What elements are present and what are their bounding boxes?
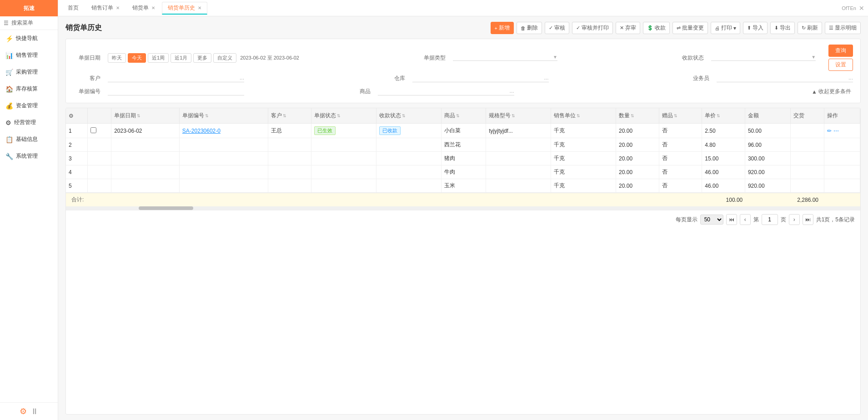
collapse-icon: ▲ xyxy=(812,89,817,95)
staff-dots[interactable]: ... xyxy=(848,75,853,81)
cell-product: 玉米 xyxy=(441,179,486,193)
tab-home[interactable]: 首页 xyxy=(62,2,85,15)
tab-close-sales-order[interactable]: ✕ xyxy=(116,5,120,10)
toolbar-add-button[interactable]: +新增 xyxy=(491,22,514,34)
cell-row-num: 1 xyxy=(66,124,87,138)
page-last-btn[interactable]: ⏭ xyxy=(803,214,813,225)
sort-icon: ⇅ xyxy=(456,114,460,118)
warehouse-field[interactable]: ... xyxy=(412,75,549,82)
date-last7[interactable]: 近1周 xyxy=(148,53,169,63)
sidebar-item-basic-info[interactable]: 📋基础信息 xyxy=(0,131,58,148)
customer-input[interactable] xyxy=(108,75,240,81)
col-header-pay_status[interactable]: 收款状态⇅ xyxy=(376,108,441,124)
sum-label: 合计: xyxy=(71,196,84,204)
filter-row-1: 单据日期 昨天 今天 近1周 近1月 更多 自定义 2023-06-02 至 2… xyxy=(73,45,853,71)
collect-btn-label: 收款 xyxy=(655,24,666,32)
sidebar-item-quick-nav[interactable]: ⚡快捷导航 xyxy=(0,30,58,47)
toolbar-audit-print-button[interactable]: ✓审核并打印 xyxy=(572,22,613,34)
payment-status-select[interactable]: ▼ xyxy=(711,55,816,61)
col-header-customer[interactable]: 客户⇅ xyxy=(268,108,311,124)
sidebar-item-sales-mgmt[interactable]: 📊销售管理 xyxy=(0,47,58,64)
staff-input[interactable] xyxy=(717,75,848,81)
tab-sales-order[interactable]: 销售订单✕ xyxy=(85,2,125,15)
finance-mgmt-icon: 💰 xyxy=(5,102,13,110)
cell-row-checkbox xyxy=(87,138,111,152)
cell-trade xyxy=(790,138,824,152)
product-input[interactable] xyxy=(378,88,510,94)
page-next-btn[interactable]: › xyxy=(789,214,800,225)
customer-dots[interactable]: ... xyxy=(240,75,244,81)
customer-field[interactable]: ... xyxy=(108,75,244,82)
toolbar-batch-change-button[interactable]: ⇌批量变更 xyxy=(672,22,708,34)
sidebar-item-finance-mgmt[interactable]: 💰资金管理 xyxy=(0,97,58,114)
col-header-spec[interactable]: 规格型号⇅ xyxy=(486,108,551,124)
toolbar-print-button[interactable]: 🖨打印▾ xyxy=(711,22,740,34)
col-header-qty[interactable]: 数量⇅ xyxy=(616,108,659,124)
col-header-doc_status[interactable]: 单据状态⇅ xyxy=(311,108,376,124)
window-close-icon[interactable]: ✕ xyxy=(859,5,864,12)
staff-field[interactable]: ... xyxy=(717,75,853,82)
cell-unit-price: 46.00 xyxy=(702,179,745,193)
col-header-unit[interactable]: 销售单位⇅ xyxy=(551,108,616,124)
col-header-doc_date[interactable]: 单据日期⇅ xyxy=(111,108,180,124)
action-edit[interactable]: ✏ xyxy=(827,128,832,134)
doc-type-select[interactable]: ▼ xyxy=(453,55,557,61)
toolbar-show-detail-button[interactable]: ☰显示明细 xyxy=(825,22,861,34)
tab-sales-history[interactable]: 销货单历史✕ xyxy=(162,2,207,15)
cell-doc-no xyxy=(179,165,268,179)
date-custom[interactable]: 自定义 xyxy=(213,53,236,63)
page-number-input[interactable] xyxy=(762,214,778,225)
horizontal-scrollbar[interactable] xyxy=(66,206,860,210)
filter-row-3: 单据编号 商品 ... ▲ 收起更多条件 xyxy=(73,86,853,97)
sidebar-item-operations-mgmt[interactable]: ⚙经营管理 xyxy=(0,114,58,131)
sidebar-bottom: ⚙ ⏸ xyxy=(0,402,58,420)
col-header-gift[interactable]: 赠品⇅ xyxy=(659,108,702,124)
toolbar-abandon-button[interactable]: ✕弃审 xyxy=(616,22,640,34)
date-today[interactable]: 今天 xyxy=(128,53,146,63)
product-dots[interactable]: ... xyxy=(510,88,514,94)
doc-no-field[interactable] xyxy=(108,88,244,95)
tab-sales-goods[interactable]: 销货单✕ xyxy=(126,2,161,15)
sidebar-item-search-menu[interactable]: ☰ 搜索菜单 xyxy=(0,16,58,30)
sidebar-collapse-icon[interactable]: ⏸ xyxy=(30,407,39,416)
toolbar-collect-button[interactable]: 💲收款 xyxy=(643,22,670,34)
toolbar-import-button[interactable]: ⬆导入 xyxy=(743,22,768,34)
import-btn-icon: ⬆ xyxy=(747,25,751,31)
tab-close-sales-history[interactable]: ✕ xyxy=(198,5,201,10)
collapse-button[interactable]: ▲ 收起更多条件 xyxy=(810,86,853,97)
page-size-select[interactable]: 50 100 xyxy=(700,215,723,225)
page-prev-btn[interactable]: ‹ xyxy=(740,214,751,225)
query-button[interactable]: 查询 xyxy=(828,45,853,57)
cell-amount: 920.00 xyxy=(745,165,790,179)
col-header-doc_no[interactable]: 单据编号⇅ xyxy=(179,108,268,124)
sidebar-settings-icon[interactable]: ⚙ xyxy=(20,406,27,416)
payment-status-label: 收款状态 xyxy=(677,54,704,62)
warehouse-dots[interactable]: ... xyxy=(544,75,548,81)
toolbar-delete-button[interactable]: 🗑删除 xyxy=(517,22,542,34)
doc-no-input[interactable] xyxy=(108,88,199,94)
col-header-product[interactable]: 商品⇅ xyxy=(441,108,486,124)
cell-row-checkbox xyxy=(87,152,111,165)
cell-doc-no xyxy=(179,179,268,193)
row-checkbox[interactable] xyxy=(90,127,96,133)
sidebar-item-system-mgmt[interactable]: 🔧系统管理 xyxy=(0,148,58,165)
product-field[interactable]: ... xyxy=(378,88,514,95)
toolbar-refresh-button[interactable]: ↻刷新 xyxy=(798,22,822,34)
page-first-btn[interactable]: ⏮ xyxy=(726,214,737,225)
toolbar-audit-button[interactable]: ✓审核 xyxy=(545,22,569,34)
sidebar-item-purchase-mgmt[interactable]: 🛒采购管理 xyxy=(0,64,58,80)
cell-actions xyxy=(824,165,860,179)
action-more[interactable]: ⋯ xyxy=(833,128,839,134)
link-doc-no[interactable]: SA-20230602-0 xyxy=(182,128,221,134)
date-yesterday[interactable]: 昨天 xyxy=(108,53,126,63)
col-header-unit_price[interactable]: 单价⇅ xyxy=(702,108,745,124)
date-more[interactable]: 更多 xyxy=(193,53,211,63)
scrollbar-thumb[interactable] xyxy=(139,206,193,210)
sidebar-item-inventory[interactable]: 🏠库存核算 xyxy=(0,80,58,97)
setting-button[interactable]: 设置 xyxy=(828,59,853,71)
cell-unit: 千克 xyxy=(551,138,616,152)
warehouse-input[interactable] xyxy=(412,75,544,81)
tab-close-sales-goods[interactable]: ✕ xyxy=(151,5,155,10)
date-lastmonth[interactable]: 近1月 xyxy=(171,53,191,63)
toolbar-export-button[interactable]: ⬇导出 xyxy=(770,22,795,34)
